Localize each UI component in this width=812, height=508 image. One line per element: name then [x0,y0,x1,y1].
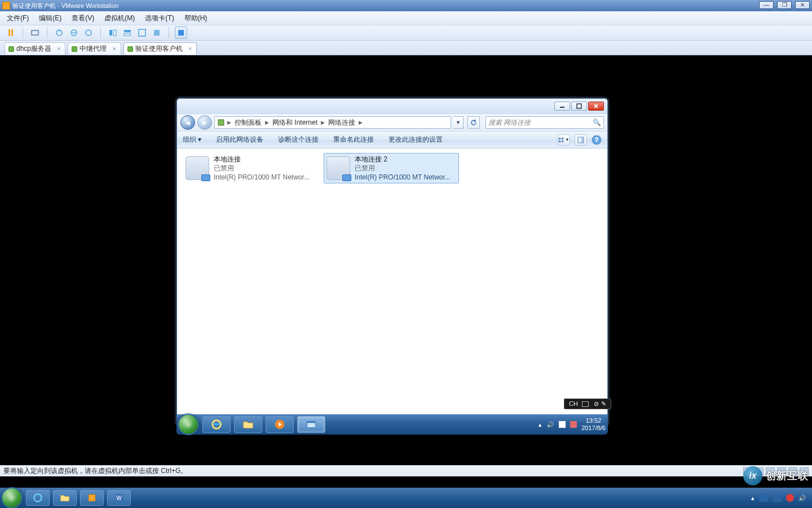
enable-device-button[interactable]: 启用此网络设备 [216,135,263,144]
volume-icon[interactable]: 🔊 [546,421,554,428]
volume-icon[interactable]: 🔊 [798,494,806,502]
guest-system-tray[interactable]: ▴ 🔊 13:52 2017/8/6 [539,417,608,432]
svg-rect-10 [139,29,145,36]
thumbnail-icon[interactable] [175,27,187,39]
guest-display[interactable]: ◄ ► ▶ 控制面板 ▶ 网络和 Internet ▶ 网络连接 ▶ ▼ 搜索 … [0,55,812,465]
host-explorer-button[interactable] [53,490,77,506]
toolbar-icon[interactable] [68,27,80,39]
menu-help[interactable]: 帮助(H) [184,14,208,23]
tray-up-icon[interactable]: ▴ [539,421,542,428]
address-bar[interactable]: ▶ 控制面板 ▶ 网络和 Internet ▶ 网络连接 ▶ [214,116,451,129]
breadcrumb-item[interactable]: 网络连接 [327,118,356,128]
close-icon[interactable]: × [57,46,60,52]
taskbar-control-panel-button[interactable] [297,416,325,433]
control-panel-icon [217,119,225,126]
device-icon[interactable] [754,467,764,475]
connections-list[interactable]: 本地连接 已禁用 Intel(R) PRO/1000 MT Networ... … [177,148,607,425]
svg-rect-16 [562,137,563,139]
network-connection-item[interactable]: 本地连接 2 已禁用 Intel(R) PRO/1000 MT Networ..… [324,153,459,183]
vm-tab-label: 中继代理 [80,44,107,54]
vm-tabstrip: dhcp服务器× 中继代理× 验证使用客户机× [0,41,812,55]
host-word-button[interactable]: W [107,490,131,506]
device-icon[interactable] [777,467,786,475]
svg-rect-24 [307,422,316,423]
menu-file[interactable]: 文件(F) [7,14,29,23]
close-icon[interactable]: × [188,46,192,52]
svg-point-25 [34,494,41,501]
connection-status: 已禁用 [214,164,310,173]
device-icon[interactable] [800,467,809,475]
host-tray[interactable]: ▴ 🔊 [751,494,812,502]
layout-icon[interactable] [121,27,134,39]
toolbar-icon[interactable] [53,27,65,39]
device-icon[interactable] [766,467,775,475]
network-tray-icon[interactable] [570,421,577,428]
vm-tab-label: dhcp服务器 [16,44,51,54]
tray-icon[interactable] [759,494,768,502]
breadcrumb-item[interactable]: 控制面板 [233,118,263,128]
device-icons[interactable] [743,467,809,475]
breadcrumb-item[interactable]: 网络和 Internet [271,118,319,128]
taskbar-media-button[interactable] [266,416,294,433]
tray-icon[interactable] [786,494,794,502]
preview-pane-button[interactable] [575,134,587,146]
window-titlebar[interactable] [177,99,607,113]
search-input[interactable]: 搜索 网络连接 🔍 [486,116,604,129]
taskbar-explorer-button[interactable] [234,416,262,433]
start-button[interactable] [178,414,199,435]
host-vmware-button[interactable] [80,490,104,506]
clock[interactable]: 13:52 2017/8/6 [581,417,606,432]
vm-tab[interactable]: 验证使用客户机× [123,42,197,55]
vm-tab-label: 验证使用客户机 [135,44,183,54]
svg-rect-26 [89,494,95,501]
flag-icon[interactable] [559,421,566,428]
status-text: 要将输入定向到该虚拟机，请在虚拟机内部单击或按 Ctrl+G。 [3,466,187,476]
taskbar-ie-button[interactable] [202,416,231,433]
host-ie-button[interactable] [26,490,50,506]
minimize-button[interactable] [554,102,570,111]
close-button[interactable] [588,102,604,111]
unity-icon[interactable] [151,27,163,39]
view-menu[interactable]: ▼ [558,134,570,146]
toolbar-icon[interactable] [82,27,95,39]
diagnose-button[interactable]: 诊断这个连接 [278,135,319,144]
layout-icon[interactable] [107,27,119,39]
svg-rect-8 [124,30,131,32]
host-minimize-button[interactable]: — [759,1,774,9]
command-bar: 组织 ▾ 启用此网络设备 诊断这个连接 重命名此连接 更改此连接的设置 ▼ ? [177,132,607,148]
svg-rect-11 [154,30,160,36]
back-button[interactable]: ◄ [180,115,195,130]
ime-indicator[interactable]: CH ⊘✎ [564,398,611,409]
refresh-button[interactable] [467,116,480,129]
menu-tabs[interactable]: 选项卡(T) [145,14,174,23]
device-icon[interactable] [788,467,797,475]
change-settings-button[interactable]: 更改此连接的设置 [389,135,443,144]
host-start-button[interactable] [1,487,23,508]
fullscreen-icon[interactable] [136,27,148,39]
svg-text:W: W [116,495,122,501]
host-close-button[interactable]: ✕ [795,1,810,9]
organize-menu[interactable]: 组织 ▾ [183,135,201,144]
vm-tab[interactable]: dhcp服务器× [5,42,65,55]
device-icon[interactable] [743,467,752,475]
close-icon[interactable]: × [112,46,116,52]
vm-tab[interactable]: 中继代理× [68,42,121,55]
menu-vm[interactable]: 虚拟机(M) [104,14,135,23]
menu-view[interactable]: 查看(V) [72,14,94,23]
tray-up-icon[interactable]: ▴ [751,494,754,502]
maximize-button[interactable] [571,102,587,111]
forward-button[interactable]: ► [197,115,212,130]
rename-button[interactable]: 重命名此连接 [333,135,374,144]
menu-edit[interactable]: 编辑(E) [39,14,61,23]
network-adapter-icon [186,156,209,180]
network-connection-item[interactable]: 本地连接 已禁用 Intel(R) PRO/1000 MT Networ... [183,153,318,183]
power-on-icon[interactable] [5,27,17,39]
address-dropdown[interactable]: ▼ [453,116,464,129]
snapshot-icon[interactable] [29,27,41,39]
keyboard-icon [582,401,589,407]
tray-icon[interactable] [773,494,782,502]
host-maximize-button[interactable]: ❐ [777,1,792,9]
svg-rect-1 [11,29,13,36]
network-adapter-icon [326,156,350,180]
help-button[interactable]: ? [592,135,602,145]
